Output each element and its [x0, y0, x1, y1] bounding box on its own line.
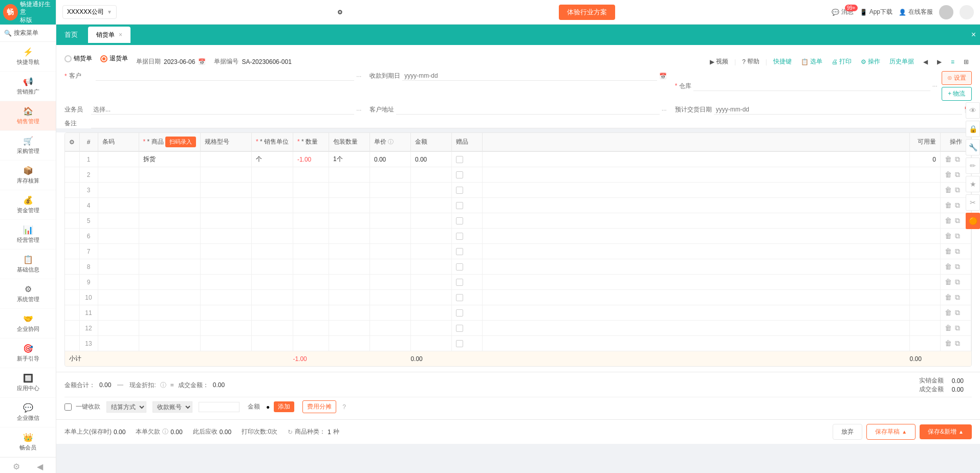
cell-barcode-1[interactable] — [98, 167, 139, 183]
history-btn[interactable]: 历史单据 — [886, 56, 917, 67]
cell-unit-3[interactable] — [251, 198, 293, 213]
cell-unit-6[interactable] — [251, 244, 293, 259]
delete-row-icon-7[interactable]: 🗑 — [945, 262, 952, 271]
save-new-dropdown-icon[interactable]: ▲ — [959, 429, 964, 435]
cell-spec-12[interactable] — [200, 336, 251, 351]
product-type-refresh-icon[interactable]: ↻ — [288, 429, 293, 436]
copy-row-icon-1[interactable]: ⧉ — [955, 170, 960, 179]
account-select[interactable]: 收款账号 — [153, 401, 192, 413]
expense-split-button[interactable]: 费用分摊 — [302, 400, 336, 413]
right-panel-btn-3[interactable]: 🔧 — [966, 139, 980, 155]
select-order-btn[interactable]: 📋 选单 — [798, 56, 825, 67]
help-btn[interactable]: ? 帮助 — [739, 56, 763, 67]
sidebar-item-guide[interactable]: 🎯 新手引导 — [0, 339, 56, 368]
tab-close-icon[interactable]: × — [119, 31, 122, 38]
cell-product-8[interactable] — [139, 275, 200, 290]
cell-amount-4[interactable] — [410, 213, 451, 229]
cell-price-7[interactable] — [369, 259, 410, 275]
copy-row-icon-9[interactable]: ⧉ — [955, 293, 960, 302]
cell-unit-8[interactable] — [251, 275, 293, 290]
sidebar-item-wechat[interactable]: 💬 企业微信 — [0, 398, 56, 427]
sidebar-item-marketing[interactable]: 📢 营销推广 — [0, 72, 56, 101]
right-panel-btn-5[interactable]: ★ — [966, 176, 980, 192]
avatar2[interactable] — [960, 5, 974, 19]
cell-spec-6[interactable] — [200, 244, 251, 259]
cell-qty-2[interactable] — [293, 183, 329, 198]
cell-amount-7[interactable] — [410, 259, 451, 275]
radio-return-order[interactable]: 退货单 — [100, 54, 128, 63]
customer-addr-input[interactable] — [396, 105, 659, 115]
cell-qty-10[interactable] — [293, 305, 329, 321]
online-service-item[interactable]: 👤 在线客服 — [899, 8, 933, 16]
warehouse-dots[interactable]: ··· — [932, 82, 938, 89]
cell-unit-0[interactable]: 个 — [251, 151, 293, 167]
cell-unit-2[interactable] — [251, 183, 293, 198]
cell-barcode-4[interactable] — [98, 213, 139, 229]
cell-price-3[interactable] — [369, 198, 410, 213]
cell-spec-2[interactable] — [200, 183, 251, 198]
cell-pack-5[interactable] — [329, 229, 369, 244]
right-panel-btn-6[interactable]: ✂ — [966, 194, 980, 211]
print-btn[interactable]: 🖨 打印 — [829, 56, 855, 67]
cell-qty-6[interactable] — [293, 244, 329, 259]
one-click-pay-checkbox[interactable] — [64, 403, 72, 411]
cell-unit-1[interactable] — [251, 167, 293, 183]
cell-gift-6[interactable] — [451, 244, 482, 259]
cell-qty-0[interactable]: -1.00 — [293, 151, 329, 167]
copy-row-icon-2[interactable]: ⧉ — [955, 186, 960, 194]
cell-gift-4[interactable] — [451, 213, 482, 229]
delete-row-icon-9[interactable]: 🗑 — [945, 293, 952, 302]
cell-product-4[interactable] — [139, 213, 200, 229]
copy-row-icon-0[interactable]: ⧉ — [955, 155, 960, 164]
sidebar-item-quick-nav[interactable]: ⚡ 快捷导航 — [0, 42, 56, 72]
cell-price-8[interactable] — [369, 275, 410, 290]
cell-amount-10[interactable] — [410, 305, 451, 321]
right-panel-btn-7[interactable]: 🟠 — [966, 213, 980, 229]
cell-amount-6[interactable] — [410, 244, 451, 259]
company-selector[interactable]: XXXXXX公司 ▼ — [62, 5, 117, 19]
cell-barcode-3[interactable] — [98, 198, 139, 213]
date-calendar-icon[interactable]: 📅 — [198, 58, 206, 65]
cell-price-9[interactable] — [369, 290, 410, 305]
cell-spec-8[interactable] — [200, 275, 251, 290]
cell-pack-6[interactable] — [329, 244, 369, 259]
split-help-icon[interactable]: ? — [342, 403, 346, 411]
cell-unit-5[interactable] — [251, 229, 293, 244]
delete-row-icon-1[interactable]: 🗑 — [945, 170, 952, 179]
expected-date-input[interactable] — [714, 105, 962, 115]
logistics-button[interactable]: + 物流 — [942, 87, 972, 101]
scan-barcode-button[interactable]: 扫码录入 — [165, 137, 196, 147]
cell-gift-2[interactable] — [451, 183, 482, 198]
cell-spec-3[interactable] — [200, 198, 251, 213]
cell-unit-9[interactable] — [251, 290, 293, 305]
cell-barcode-9[interactable] — [98, 290, 139, 305]
cell-pack-10[interactable] — [329, 305, 369, 321]
notes-input[interactable] — [91, 119, 972, 128]
cell-barcode-11[interactable] — [98, 321, 139, 336]
sidebar-item-system[interactable]: ⚙ 系统管理 — [0, 279, 56, 309]
tab-home[interactable]: 首页 — [56, 25, 86, 45]
sidebar-item-basic[interactable]: 📋 基础信息 — [0, 250, 56, 279]
copy-row-icon-7[interactable]: ⧉ — [955, 262, 960, 271]
cell-barcode-0[interactable] — [98, 151, 139, 167]
cell-qty-1[interactable] — [293, 167, 329, 183]
delete-row-icon-10[interactable]: 🗑 — [945, 308, 952, 317]
delete-row-icon-4[interactable]: 🗑 — [945, 216, 952, 225]
cell-gift-12[interactable] — [451, 336, 482, 351]
cell-product-3[interactable] — [139, 198, 200, 213]
cell-amount-1[interactable] — [410, 167, 451, 183]
cell-pack-11[interactable] — [329, 321, 369, 336]
copy-row-icon-3[interactable]: ⧉ — [955, 201, 960, 210]
cell-unit-12[interactable] — [251, 336, 293, 351]
cell-pack-8[interactable] — [329, 275, 369, 290]
col-settings-header[interactable]: ⚙ — [65, 133, 79, 151]
cell-spec-5[interactable] — [200, 229, 251, 244]
cell-amount-8[interactable] — [410, 275, 451, 290]
cell-gift-7[interactable] — [451, 259, 482, 275]
cell-price-1[interactable] — [369, 167, 410, 183]
delete-row-icon-0[interactable]: 🗑 — [945, 155, 952, 164]
cell-qty-5[interactable] — [293, 229, 329, 244]
cell-qty-8[interactable] — [293, 275, 329, 290]
next-btn[interactable]: ▶ — [934, 57, 945, 66]
discard-button[interactable]: 放弃 — [833, 424, 862, 440]
